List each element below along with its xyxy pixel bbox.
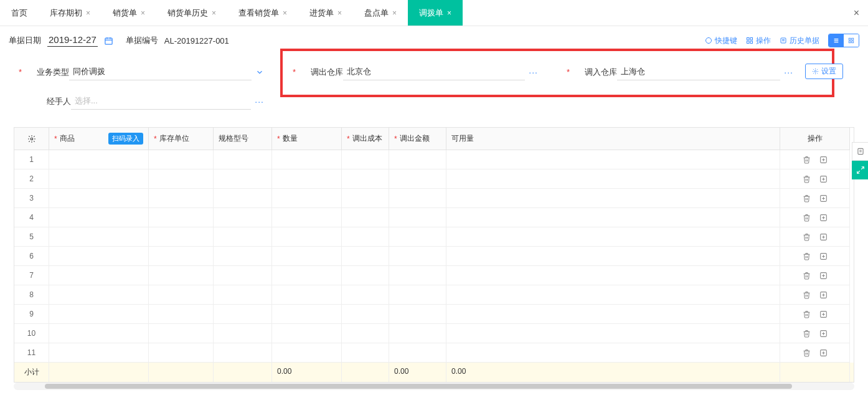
notes-button[interactable] — [852, 142, 868, 161]
table-row[interactable]: 9 — [14, 305, 854, 324]
handler-input[interactable]: 选择... — [71, 93, 251, 110]
business-type-value[interactable]: 同价调拨 — [69, 64, 252, 80]
close-all-tabs-button[interactable]: × — [845, 0, 868, 26]
cell-cost[interactable] — [342, 150, 389, 169]
cell-qty[interactable] — [272, 305, 342, 324]
cell-product[interactable] — [49, 324, 149, 343]
close-icon[interactable]: × — [86, 9, 90, 17]
column-settings-button[interactable] — [14, 128, 49, 150]
cell-amount[interactable] — [389, 189, 446, 208]
out-warehouse-value[interactable]: 北京仓 — [343, 64, 525, 80]
cell-spec[interactable] — [214, 305, 272, 324]
cell-amount[interactable] — [389, 324, 446, 343]
add-row-button[interactable] — [819, 330, 828, 338]
delete-row-button[interactable] — [803, 291, 811, 299]
cell-spec[interactable] — [214, 285, 272, 305]
in-warehouse-value[interactable]: 上海仓 — [617, 64, 780, 80]
add-row-button[interactable] — [819, 233, 828, 241]
delete-row-button[interactable] — [803, 194, 811, 202]
cell-available[interactable] — [446, 189, 780, 208]
tab-inventory-init[interactable]: 库存期初× — [39, 0, 101, 26]
tab-purchase[interactable]: 进货单× — [298, 0, 353, 26]
cell-cost[interactable] — [342, 247, 389, 266]
cell-spec[interactable] — [214, 266, 272, 285]
cell-product[interactable] — [49, 247, 149, 266]
cell-qty[interactable] — [272, 150, 342, 169]
cell-spec[interactable] — [214, 227, 272, 247]
more-icon[interactable]: ··· — [780, 67, 797, 77]
history-link[interactable]: 历史单据 — [780, 36, 819, 46]
cell-qty[interactable] — [272, 247, 342, 266]
cell-unit[interactable] — [149, 266, 214, 285]
cell-qty[interactable] — [272, 343, 342, 363]
cell-available[interactable] — [446, 247, 780, 266]
cell-unit[interactable] — [149, 343, 214, 363]
cell-amount[interactable] — [389, 150, 446, 169]
tab-home[interactable]: 首页 — [0, 0, 39, 26]
cell-available[interactable] — [446, 324, 780, 343]
cell-amount[interactable] — [389, 305, 446, 324]
delete-row-button[interactable] — [803, 156, 811, 164]
cell-cost[interactable] — [342, 189, 389, 208]
cell-cost[interactable] — [342, 266, 389, 285]
cell-amount[interactable] — [389, 227, 446, 247]
cell-amount[interactable] — [389, 285, 446, 305]
table-row[interactable]: 5 — [14, 227, 854, 247]
cell-product[interactable] — [49, 189, 149, 208]
view-list-button[interactable] — [829, 34, 844, 47]
tab-view-sales[interactable]: 查看销货单× — [227, 0, 298, 26]
more-icon[interactable]: ··· — [251, 97, 268, 107]
table-row[interactable]: 2 — [14, 169, 854, 189]
delete-row-button[interactable] — [803, 330, 811, 338]
close-icon[interactable]: × — [392, 9, 397, 17]
delete-row-button[interactable] — [803, 252, 811, 260]
table-row[interactable]: 4 — [14, 208, 854, 227]
cell-unit[interactable] — [149, 169, 214, 189]
table-row[interactable]: 11 — [14, 343, 854, 363]
cell-product[interactable] — [49, 266, 149, 285]
cell-spec[interactable] — [214, 169, 272, 189]
table-row[interactable]: 1 — [14, 150, 854, 169]
delete-row-button[interactable] — [803, 214, 811, 222]
cell-qty[interactable] — [272, 324, 342, 343]
cell-amount[interactable] — [389, 266, 446, 285]
settings-button[interactable]: 设置 — [805, 64, 843, 79]
cell-amount[interactable] — [389, 343, 446, 363]
more-icon[interactable]: ··· — [525, 67, 542, 77]
cell-product[interactable] — [49, 208, 149, 227]
cell-cost[interactable] — [342, 208, 389, 227]
cell-unit[interactable] — [149, 189, 214, 208]
cell-qty[interactable] — [272, 227, 342, 247]
cell-qty[interactable] — [272, 189, 342, 208]
shortcut-link[interactable]: 快捷键 — [705, 36, 737, 46]
horizontal-scrollbar[interactable] — [14, 383, 854, 390]
cell-product[interactable] — [49, 285, 149, 305]
cell-amount[interactable] — [389, 247, 446, 266]
cell-qty[interactable] — [272, 169, 342, 189]
cell-product[interactable] — [49, 305, 149, 324]
close-icon[interactable]: × — [141, 9, 145, 17]
cell-product[interactable] — [49, 343, 149, 363]
cell-cost[interactable] — [342, 285, 389, 305]
delete-row-button[interactable] — [803, 233, 811, 241]
cell-available[interactable] — [446, 169, 780, 189]
cell-unit[interactable] — [149, 285, 214, 305]
cell-available[interactable] — [446, 266, 780, 285]
cell-spec[interactable] — [214, 324, 272, 343]
cell-product[interactable] — [49, 169, 149, 189]
cell-cost[interactable] — [342, 343, 389, 363]
table-row[interactable]: 8 — [14, 285, 854, 305]
close-icon[interactable]: × — [283, 9, 287, 17]
add-row-button[interactable] — [819, 156, 828, 164]
close-icon[interactable]: × — [212, 9, 216, 17]
cell-unit[interactable] — [149, 247, 214, 266]
scan-badge[interactable]: 扫码录入 — [108, 133, 143, 145]
cell-available[interactable] — [446, 227, 780, 247]
cell-amount[interactable] — [389, 208, 446, 227]
add-row-button[interactable] — [819, 291, 828, 299]
view-grid-button[interactable] — [844, 34, 859, 47]
add-row-button[interactable] — [819, 214, 828, 222]
calendar-icon[interactable] — [104, 36, 113, 45]
cell-unit[interactable] — [149, 208, 214, 227]
cell-unit[interactable] — [149, 227, 214, 247]
